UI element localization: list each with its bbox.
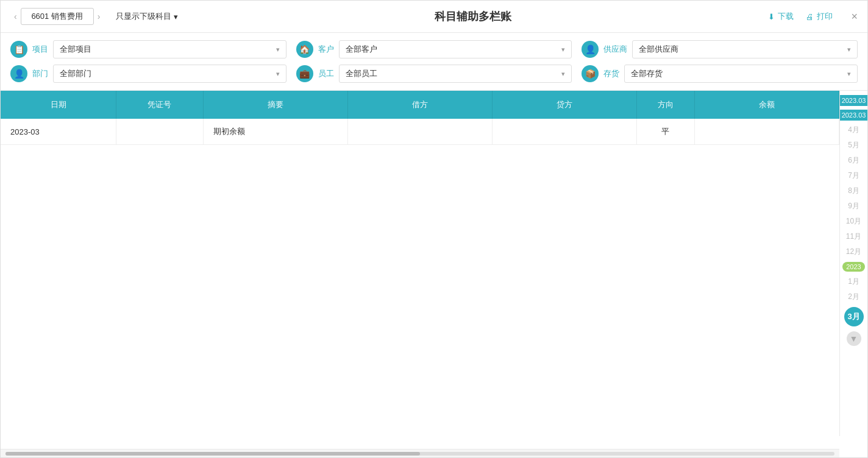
customer-filter: 🏠 客户 全部客户 ▾ xyxy=(296,40,572,58)
inventory-filter: 📦 存货 全部存货 ▾ xyxy=(582,65,858,83)
project-filter: 📋 项目 全部项目 ▾ xyxy=(10,40,286,58)
department-label: 部门 xyxy=(32,68,48,79)
next-account-btn[interactable]: › xyxy=(94,10,104,23)
timeline-month-8[interactable]: 8月 xyxy=(848,183,859,199)
inventory-icon: 📦 xyxy=(582,65,599,82)
project-select[interactable]: 全部项目 ▾ xyxy=(53,40,286,58)
horizontal-scrollbar[interactable] xyxy=(1,449,839,457)
employee-filter: 💼 员工 全部员工 ▾ xyxy=(296,65,572,83)
scrollbar-thumb[interactable] xyxy=(5,452,420,456)
timeline-month-9[interactable]: 9月 xyxy=(848,199,859,214)
cell-balance xyxy=(694,119,839,145)
department-filter: 👤 部门 全部部门 ▾ xyxy=(10,65,286,83)
filter-area: 📋 项目 全部项目 ▾ 🏠 客户 全部客户 ▾ 👤 供应商 xyxy=(1,33,867,91)
download-icon: ⬇ xyxy=(768,12,775,21)
year-badge: 2023 xyxy=(842,262,864,272)
page-title: 科目辅助多栏账 xyxy=(178,9,768,24)
filter-row-1: 📋 项目 全部项目 ▾ 🏠 客户 全部客户 ▾ 👤 供应商 xyxy=(10,40,858,58)
cell-date: 2023-03 xyxy=(1,119,116,145)
timeline-month-2[interactable]: 2月 xyxy=(848,289,859,305)
inventory-label: 存货 xyxy=(603,68,619,79)
employee-select[interactable]: 全部员工 ▾ xyxy=(339,65,572,83)
col-voucher: 凭证号 xyxy=(116,91,203,119)
prev-account-btn[interactable]: ‹ xyxy=(10,10,21,23)
customer-icon: 🏠 xyxy=(296,41,313,58)
table-row: 2023-03 期初余额 平 xyxy=(1,119,839,145)
timeline-period-1[interactable]: 2023.03 xyxy=(839,95,867,106)
customer-select[interactable]: 全部客户 ▾ xyxy=(339,40,572,58)
titlebar: ‹ 6601 销售费用 › 只显示下级科目 ▾ 科目辅助多栏账 ⬇ 下载 🖨 打… xyxy=(1,1,867,33)
timeline-month-7[interactable]: 7月 xyxy=(848,168,859,183)
chevron-down-icon: ▾ xyxy=(174,12,178,21)
supplier-select[interactable]: 全部供应商 ▾ xyxy=(632,40,858,58)
chevron-down-icon: ▾ xyxy=(561,46,565,54)
timeline-month-12[interactable]: 12月 xyxy=(846,244,861,259)
timeline-period-2[interactable]: 2023.03 xyxy=(839,110,867,121)
scrollbar-track xyxy=(5,452,834,456)
table-header-row: 日期 凭证号 摘要 借方 贷方 方向 余额 xyxy=(1,91,839,119)
department-icon: 👤 xyxy=(10,65,27,82)
cell-voucher xyxy=(116,119,203,145)
cell-direction: 平 xyxy=(636,119,694,145)
project-icon: 📋 xyxy=(10,41,27,58)
supplier-filter: 👤 供应商 全部供应商 ▾ xyxy=(582,40,858,58)
timeline-active-month[interactable]: 3月 xyxy=(844,307,864,326)
timeline-sidebar: 2023.03 2023.03 4月 5月 6月 7月 8月 9月 10月 11… xyxy=(839,91,867,436)
employee-icon: 💼 xyxy=(296,65,313,82)
employee-label: 员工 xyxy=(318,68,334,79)
account-code-display: 6601 销售费用 xyxy=(21,8,94,25)
col-debit: 借方 xyxy=(347,91,492,119)
customer-label: 客户 xyxy=(318,44,334,55)
toolbar-right: ⬇ 下载 🖨 打印 × xyxy=(768,10,858,23)
content-area: 日期 凭证号 摘要 借方 贷方 方向 余额 2023-03 期初余额 xyxy=(1,91,867,436)
chevron-down-icon: ▾ xyxy=(276,46,280,54)
chevron-down-icon: ▾ xyxy=(561,70,565,78)
department-select[interactable]: 全部部门 ▾ xyxy=(53,65,286,83)
supplier-icon: 👤 xyxy=(582,41,599,58)
timeline-month-6[interactable]: 6月 xyxy=(848,153,859,168)
timeline-month-10[interactable]: 10月 xyxy=(846,214,861,229)
inventory-select[interactable]: 全部存货 ▾ xyxy=(624,65,858,83)
chevron-down-icon: ▾ xyxy=(276,70,280,78)
cell-credit xyxy=(492,119,636,145)
download-btn[interactable]: ⬇ 下载 xyxy=(768,11,794,22)
col-summary: 摘要 xyxy=(203,91,347,119)
cell-debit xyxy=(347,119,492,145)
ledger-table: 日期 凭证号 摘要 借方 贷方 方向 余额 2023-03 期初余额 xyxy=(1,91,839,145)
timeline-month-4[interactable]: 4月 xyxy=(848,122,859,138)
filter-label: 只显示下级科目 xyxy=(116,11,171,22)
col-credit: 贷方 xyxy=(492,91,636,119)
table-wrapper[interactable]: 日期 凭证号 摘要 借方 贷方 方向 余额 2023-03 期初余额 xyxy=(1,91,839,436)
show-sub-accounts-btn[interactable]: 只显示下级科目 ▾ xyxy=(116,11,178,22)
timeline-month-11[interactable]: 11月 xyxy=(846,229,861,244)
print-icon: 🖨 xyxy=(806,12,814,21)
col-direction: 方向 xyxy=(636,91,694,119)
filter-row-2: 👤 部门 全部部门 ▾ 💼 员工 全部员工 ▾ 📦 存货 xyxy=(10,65,858,83)
timeline-month-1[interactable]: 1月 xyxy=(848,274,859,289)
chevron-down-icon: ▾ xyxy=(847,70,851,78)
timeline-month-5[interactable]: 5月 xyxy=(848,138,859,153)
timeline-scroll-down-btn[interactable]: ▼ xyxy=(847,331,861,346)
chevron-down-icon: ▾ xyxy=(847,46,851,54)
print-btn[interactable]: 🖨 打印 xyxy=(806,11,833,22)
cell-summary: 期初余额 xyxy=(203,119,347,145)
main-window: ‹ 6601 销售费用 › 只显示下级科目 ▾ 科目辅助多栏账 ⬇ 下载 🖨 打… xyxy=(0,0,868,458)
project-label: 项目 xyxy=(32,44,48,55)
col-date: 日期 xyxy=(1,91,116,119)
close-btn[interactable]: × xyxy=(851,10,858,23)
col-balance: 余额 xyxy=(694,91,839,119)
supplier-label: 供应商 xyxy=(603,44,627,55)
